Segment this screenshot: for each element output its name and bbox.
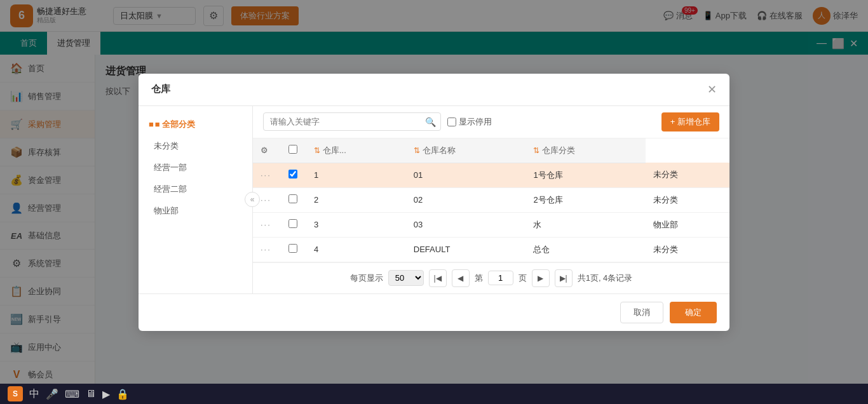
category-item-3[interactable]: 物业部	[139, 200, 252, 222]
table-row[interactable]: ··· 3 03 水 物业部	[253, 212, 729, 237]
modal-close-button[interactable]: ✕	[707, 83, 717, 97]
page-size-select[interactable]: 50 100	[388, 270, 424, 286]
warehouse-modal: 仓库 ✕ ■ ■ 全部分类 未分类 经营一部 经营二部	[139, 74, 729, 331]
taskbar-logo: S	[8, 386, 23, 401]
modal-toolbar: 🔍 显示停用 + 新增仓库	[253, 106, 729, 138]
row-checkbox[interactable]	[288, 219, 297, 228]
collapse-category-button[interactable]: «	[245, 192, 260, 207]
next-page-button[interactable]: ▶	[532, 269, 550, 287]
row-name-cell: 水	[526, 212, 646, 237]
taskbar-icon-lock[interactable]: 🔒	[116, 388, 129, 400]
table-row[interactable]: ··· 2 02 2号仓库 未分类	[253, 187, 729, 212]
category-all-icon: ■	[149, 119, 154, 129]
taskbar: S 中 🎤 ⌨ 🖥 ▶ 🔒	[0, 384, 868, 404]
add-warehouse-button[interactable]: + 新增仓库	[661, 112, 719, 131]
th-gear: ⚙	[253, 138, 281, 163]
row-index-cell: 4	[306, 237, 406, 262]
row-checkbox[interactable]	[288, 170, 297, 178]
last-page-button[interactable]: ▶|	[555, 269, 573, 287]
search-input[interactable]	[263, 112, 441, 131]
row-checkbox-cell	[281, 212, 306, 237]
row-name-cell: 2号仓库	[526, 187, 646, 212]
taskbar-icon-media[interactable]: ▶	[102, 388, 110, 400]
row-category-cell: 未分类	[646, 163, 729, 187]
sort-icon-name[interactable]: ⇅	[414, 146, 420, 155]
th-checkbox	[281, 138, 306, 163]
th-category: ⇅ 仓库分类	[526, 138, 646, 163]
row-code-cell: 02	[406, 187, 526, 212]
row-actions-cell: ···	[253, 163, 281, 187]
row-code-cell: 03	[406, 212, 526, 237]
search-input-wrap: 🔍	[263, 112, 441, 131]
gear-column-icon: ⚙	[261, 145, 268, 155]
show-disabled-toggle[interactable]: 显示停用	[447, 116, 492, 128]
sort-icon-code[interactable]: ⇅	[314, 146, 320, 155]
warehouse-table: ⚙ ⇅ 仓库...	[253, 138, 729, 262]
row-index-cell: 1	[306, 163, 406, 187]
row-checkbox[interactable]	[288, 244, 297, 253]
row-category-cell: 未分类	[646, 237, 729, 262]
row-code-cell: DEFAULT	[406, 237, 526, 262]
row-category-cell: 物业部	[646, 212, 729, 237]
row-checkbox-cell	[281, 237, 306, 262]
row-name-cell: 1号仓库	[526, 163, 646, 187]
cancel-button[interactable]: 取消	[620, 302, 663, 323]
search-icon[interactable]: 🔍	[425, 117, 436, 127]
modal-footer: 取消 确定	[139, 293, 729, 331]
category-item-2[interactable]: 经营二部	[139, 178, 252, 200]
category-all-label: ■ 全部分类	[155, 119, 195, 130]
row-action-btn[interactable]: ···	[261, 195, 271, 205]
taskbar-icon-mic[interactable]: 🎤	[46, 388, 58, 400]
category-item-1[interactable]: 经营一部	[139, 157, 252, 178]
category-item-0[interactable]: 未分类	[139, 135, 252, 157]
first-page-button[interactable]: |◀	[429, 269, 447, 287]
row-code-cell: 01	[406, 163, 526, 187]
show-disabled-checkbox[interactable]	[447, 118, 456, 126]
modal-body: ■ ■ 全部分类 未分类 经营一部 经营二部 物业部 «	[139, 106, 729, 293]
row-actions-cell: ···	[253, 237, 281, 262]
row-checkbox[interactable]	[288, 194, 297, 203]
row-action-btn[interactable]: ···	[261, 245, 271, 254]
row-category-cell: 未分类	[646, 187, 729, 212]
warehouse-table-wrap: ⚙ ⇅ 仓库...	[253, 138, 729, 262]
category-all[interactable]: ■ ■ 全部分类	[139, 114, 252, 135]
prev-page-button[interactable]: ◀	[452, 269, 470, 287]
row-actions-cell: ···	[253, 212, 281, 237]
modal-header: 仓库 ✕	[139, 74, 729, 106]
row-checkbox-cell	[281, 163, 306, 187]
sort-icon-category[interactable]: ⇅	[533, 146, 539, 155]
th-name: ⇅ 仓库名称	[406, 138, 526, 163]
row-index-cell: 3	[306, 212, 406, 237]
table-row[interactable]: ··· 4 DEFAULT 总仓 未分类	[253, 237, 729, 262]
th-code: ⇅ 仓库...	[306, 138, 406, 163]
taskbar-icon-zh[interactable]: 中	[29, 387, 39, 401]
pagination: 每页显示 50 100 |◀ ◀ 第 页 ▶ ▶| 共1页, 4条记录	[253, 262, 729, 293]
modal-overlay: 仓库 ✕ ■ ■ 全部分类 未分类 经营一部 经营二部	[0, 0, 868, 404]
select-all-checkbox[interactable]	[288, 145, 297, 154]
modal-right-content: 🔍 显示停用 + 新增仓库 ⚙	[253, 106, 729, 293]
row-name-cell: 总仓	[526, 237, 646, 262]
taskbar-icon-monitor[interactable]: 🖥	[86, 388, 96, 400]
table-header-row: ⚙ ⇅ 仓库...	[253, 138, 729, 163]
modal-title: 仓库	[151, 83, 170, 95]
row-action-btn[interactable]: ···	[261, 170, 271, 180]
row-action-btn[interactable]: ···	[261, 220, 271, 229]
row-index-cell: 2	[306, 187, 406, 212]
page-number-input[interactable]	[488, 271, 513, 285]
taskbar-icon-keyboard[interactable]: ⌨	[65, 388, 79, 400]
confirm-button[interactable]: 确定	[670, 302, 717, 323]
row-checkbox-cell	[281, 187, 306, 212]
category-panel: ■ ■ 全部分类 未分类 经营一部 经营二部 物业部 «	[139, 106, 253, 293]
table-row[interactable]: ··· 1 01 1号仓库 未分类	[253, 163, 729, 187]
